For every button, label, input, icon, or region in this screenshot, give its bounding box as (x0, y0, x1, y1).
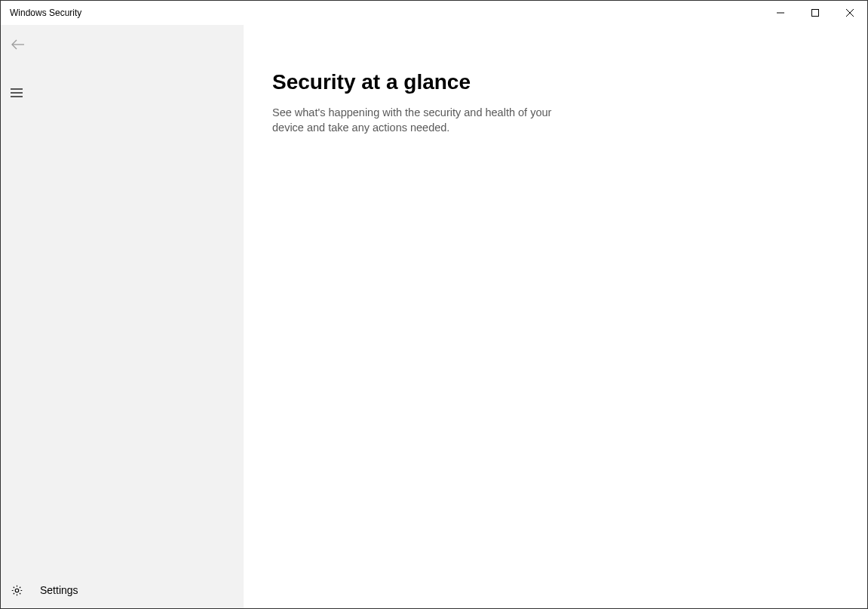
sidebar-bottom: Settings (1, 572, 243, 608)
svg-rect-1 (812, 10, 819, 17)
main-content: Security at a glance See what's happenin… (244, 25, 867, 608)
back-button[interactable] (1, 29, 37, 60)
back-arrow-icon (11, 39, 25, 50)
close-button[interactable] (833, 1, 867, 25)
hamburger-button[interactable] (1, 75, 37, 111)
sidebar-top (1, 25, 243, 572)
titlebar: Windows Security (1, 1, 867, 25)
hamburger-icon (11, 88, 23, 97)
window-controls (763, 1, 867, 25)
window-title: Windows Security (10, 8, 81, 18)
minimize-button[interactable] (763, 1, 798, 25)
page-heading: Security at a glance (272, 70, 837, 94)
maximize-icon (811, 9, 819, 17)
sidebar-item-settings[interactable]: Settings (1, 572, 243, 608)
minimize-icon (777, 9, 784, 17)
gear-icon (11, 584, 23, 597)
app-body: Settings Security at a glance See what's… (1, 25, 867, 608)
page-subtext: See what's happening with the security a… (272, 105, 566, 136)
settings-label: Settings (40, 584, 78, 596)
maximize-button[interactable] (798, 1, 833, 25)
sidebar: Settings (1, 25, 244, 608)
svg-point-8 (15, 589, 19, 592)
close-icon (846, 9, 854, 17)
